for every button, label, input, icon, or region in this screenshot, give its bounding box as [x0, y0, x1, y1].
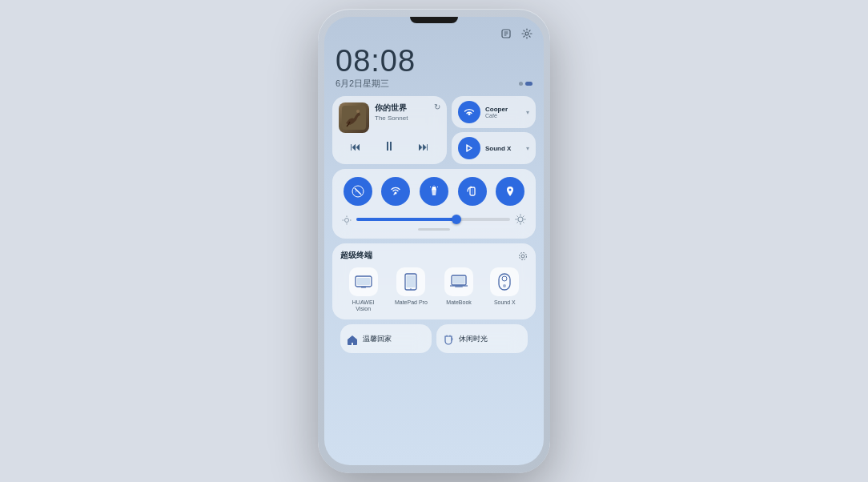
slider-thumb	[452, 215, 461, 224]
svg-point-33	[411, 288, 412, 290]
song-title: 你的世界	[375, 102, 407, 114]
device-huawei-vision[interactable]: HUAWEIVision	[349, 267, 378, 313]
dots-indicator	[519, 82, 532, 86]
device-matepad-pro[interactable]: MatePad Pro	[395, 267, 428, 313]
wireless-toggle[interactable]	[381, 177, 410, 206]
svg-point-38	[502, 276, 507, 281]
svg-rect-32	[407, 275, 416, 287]
svg-line-9	[437, 187, 438, 187]
svg-point-26	[521, 255, 524, 258]
volume-area	[339, 228, 529, 231]
device-sound-x[interactable]: Sound X	[490, 267, 519, 313]
location-toggle[interactable]	[496, 177, 524, 206]
home-action-button[interactable]: 温馨回家	[340, 324, 432, 353]
device-name-sound-x: Sound X	[494, 299, 516, 306]
leisure-action-button[interactable]: 休闲时光	[436, 324, 528, 353]
svg-point-17	[518, 217, 523, 222]
wifi-sub: Café	[485, 113, 521, 118]
wifi-name: Cooper	[485, 106, 521, 113]
music-info-top: 你的世界 ↻	[375, 102, 440, 114]
wifi-chevron-icon: ▾	[526, 109, 529, 116]
slider-fill	[356, 218, 456, 221]
device-name-vision: HUAWEIVision	[352, 299, 375, 313]
brightness-row	[339, 214, 529, 225]
top-cards-row: 你的世界 ↻ The Sonnet ⏮ ⏸ ⏭	[332, 96, 536, 164]
top-bar	[324, 23, 544, 41]
music-controls: ⏮ ⏸ ⏭	[339, 139, 440, 154]
brightness-low-icon	[342, 215, 352, 225]
wifi-info: Cooper Café	[485, 106, 521, 118]
flashlight-toggle[interactable]	[420, 177, 448, 206]
brightness-slider[interactable]	[356, 218, 510, 221]
svg-line-23	[523, 222, 524, 223]
notch	[410, 17, 458, 23]
cards-area: 你的世界 ↻ The Sonnet ⏮ ⏸ ⏭	[324, 93, 544, 356]
matebook-icon	[444, 267, 473, 296]
sound-x-icon	[490, 267, 519, 296]
time-section: 08:08 6月2日星期三	[324, 41, 544, 93]
rotate-toggle[interactable]	[458, 177, 487, 206]
svg-point-11	[509, 189, 512, 191]
svg-rect-30	[361, 287, 366, 288]
home-action-label: 温馨回家	[363, 334, 392, 344]
leisure-action-label: 休闲时光	[459, 334, 488, 344]
toggle-buttons-row	[339, 177, 529, 206]
home-icon	[347, 332, 358, 345]
toggles-card	[332, 169, 536, 239]
device-name-matepad: MatePad Pro	[395, 299, 428, 306]
edit-icon[interactable]	[499, 26, 513, 41]
svg-point-27	[520, 252, 527, 259]
wifi-card[interactable]: Cooper Café ▾	[452, 96, 536, 128]
svg-line-22	[517, 216, 518, 217]
super-terminal-title: 超级终端	[340, 250, 372, 261]
svg-rect-36	[455, 286, 463, 287]
dot-active	[525, 82, 532, 86]
next-button[interactable]: ⏭	[418, 140, 429, 153]
svg-point-12	[345, 218, 349, 222]
svg-point-3	[356, 110, 360, 113]
bluetooth-card[interactable]: Sound X ▾	[452, 132, 536, 164]
leisure-icon	[443, 332, 454, 345]
music-top: 你的世界 ↻ The Sonnet	[339, 102, 440, 133]
time-display: 08:08	[336, 46, 532, 76]
device-name-matebook: MateBook	[446, 299, 472, 306]
music-info: 你的世界 ↻ The Sonnet	[375, 102, 440, 122]
phone-screen: 08:08 6月2日星期三	[324, 17, 544, 465]
refresh-icon[interactable]: ↻	[434, 102, 440, 111]
svg-rect-29	[357, 278, 370, 285]
prev-button[interactable]: ⏮	[350, 140, 361, 153]
brightness-high-icon	[515, 214, 526, 225]
huawei-vision-icon	[349, 267, 378, 296]
date-display: 6月2日星期三	[336, 78, 532, 90]
volume-bar	[418, 228, 450, 231]
settings-icon[interactable]	[520, 26, 534, 41]
bt-chevron-icon: ▾	[526, 145, 529, 152]
album-art	[339, 102, 369, 133]
dot-1	[519, 82, 523, 86]
bluetooth-icon	[458, 137, 480, 159]
pause-button[interactable]: ⏸	[383, 139, 396, 154]
device-matebook[interactable]: MateBook	[444, 267, 473, 313]
svg-line-25	[517, 222, 518, 223]
svg-point-39	[503, 284, 506, 287]
wifi-icon	[458, 101, 480, 123]
bt-name: Sound X	[485, 145, 521, 152]
svg-line-24	[523, 216, 524, 217]
svg-point-1	[525, 32, 528, 35]
super-terminal-header: 超级终端	[340, 250, 528, 261]
artist-name: The Sonnet	[375, 114, 440, 122]
super-terminal-card: 超级终端	[332, 243, 536, 319]
music-card[interactable]: 你的世界 ↻ The Sonnet ⏮ ⏸ ⏭	[332, 96, 447, 164]
matepad-icon	[396, 267, 425, 296]
svg-rect-35	[453, 277, 465, 284]
quick-actions-row: 温馨回家 休闲时光	[332, 324, 536, 353]
album-art-inner	[339, 102, 369, 133]
svg-line-5	[355, 188, 361, 195]
phone-frame: 08:08 6月2日星期三	[318, 9, 550, 473]
super-terminal-settings-icon[interactable]	[518, 251, 528, 261]
bt-info: Sound X	[485, 145, 521, 152]
devices-row: HUAWEIVision MatePad Pro	[340, 267, 528, 313]
svg-rect-2	[342, 106, 366, 130]
mute-toggle[interactable]	[344, 177, 372, 206]
date-text: 6月2日星期三	[336, 78, 389, 90]
